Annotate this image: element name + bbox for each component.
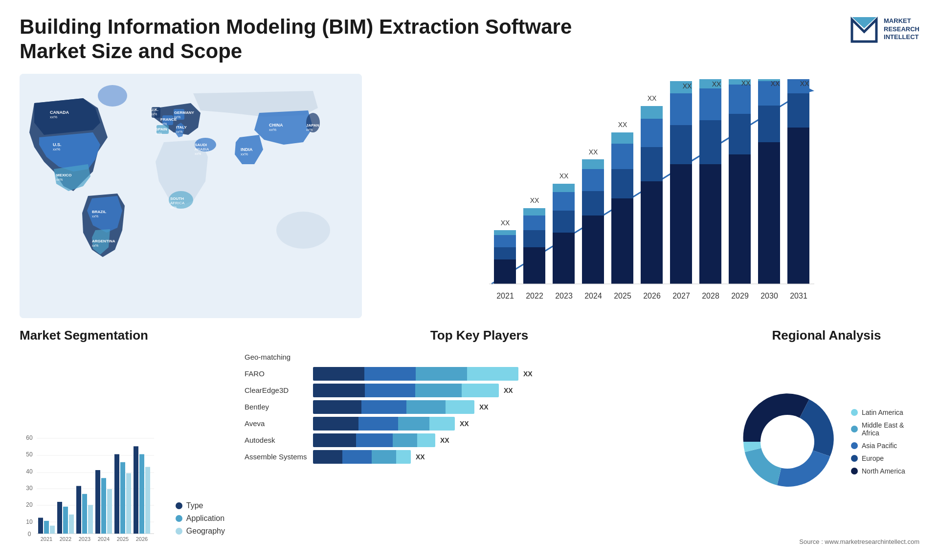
svg-rect-133: [82, 494, 87, 534]
svg-text:xx%: xx%: [50, 115, 57, 119]
svg-text:U.K.: U.K.: [151, 108, 158, 112]
svg-text:2029: 2029: [731, 292, 749, 300]
svg-rect-64: [582, 215, 604, 284]
svg-text:ARABIA: ARABIA: [195, 147, 209, 151]
svg-text:INDIA: INDIA: [241, 147, 253, 152]
svg-rect-136: [101, 478, 106, 534]
donut-svg: [734, 388, 841, 495]
players-list: Geo-matching FARO XX: [245, 350, 714, 545]
svg-text:xx%: xx%: [170, 206, 177, 209]
regional-legend-asia: Asia Pacific: [851, 442, 919, 450]
svg-rect-55: [523, 208, 545, 215]
svg-text:ARGENTINA: ARGENTINA: [92, 239, 115, 243]
svg-rect-71: [611, 169, 633, 198]
world-map: CANADA xx% U.S. xx% MEXICO xx% BRAZIL xx…: [20, 74, 362, 318]
svg-rect-101: [758, 106, 780, 142]
svg-rect-131: [69, 515, 74, 534]
svg-text:CANADA: CANADA: [50, 110, 69, 115]
svg-text:2031: 2031: [790, 292, 807, 300]
svg-text:XX: XX: [648, 94, 657, 102]
svg-rect-70: [611, 198, 633, 284]
regional-dot-latin-america: [851, 409, 858, 416]
svg-rect-72: [611, 144, 633, 169]
svg-text:2025: 2025: [614, 292, 631, 300]
svg-text:10: 10: [26, 518, 33, 525]
regional-legend: Latin America Middle East & Africa Asia …: [851, 409, 919, 475]
svg-rect-137: [107, 489, 112, 534]
svg-text:xx%: xx%: [151, 112, 157, 116]
svg-text:2024: 2024: [584, 292, 602, 300]
svg-rect-106: [787, 128, 809, 284]
svg-text:0: 0: [28, 531, 31, 538]
svg-text:XX: XX: [559, 172, 569, 180]
svg-text:xx%: xx%: [306, 128, 313, 131]
svg-text:XX: XX: [501, 219, 510, 227]
regional-legend-europe: Europe: [851, 454, 919, 462]
svg-rect-65: [582, 191, 604, 215]
title-block: Building Information Modeling (BIM) Extr…: [20, 15, 572, 64]
svg-rect-135: [95, 470, 100, 534]
svg-rect-76: [641, 181, 663, 284]
svg-rect-130: [63, 507, 68, 534]
svg-rect-138: [114, 454, 119, 534]
logo-block: MARKET RESEARCH INTELLECT: [850, 15, 919, 44]
svg-rect-59: [553, 211, 575, 233]
header: Building Information Modeling (BIM) Extr…: [20, 15, 919, 64]
svg-point-11: [276, 212, 330, 249]
svg-text:XX: XX: [683, 82, 692, 90]
legend-item-geography: Geography: [176, 527, 225, 536]
svg-text:xx%: xx%: [195, 152, 201, 155]
svg-text:2022: 2022: [526, 292, 543, 300]
svg-rect-47: [494, 247, 516, 259]
svg-text:2021: 2021: [41, 536, 52, 542]
svg-rect-61: [553, 184, 575, 192]
svg-text:AFRICA: AFRICA: [170, 201, 185, 205]
list-item: Assemble Systems XX: [245, 450, 714, 464]
regional-dot-asia: [851, 442, 858, 449]
seg-legend: Type Application Geography: [176, 501, 225, 536]
regional-dot-north-america: [851, 468, 858, 474]
regional-section: Regional Analysis: [734, 328, 919, 545]
svg-text:2021: 2021: [496, 292, 514, 300]
list-item: Autodesk XX: [245, 433, 714, 447]
list-item: Geo-matching: [245, 350, 714, 364]
seg-chart-svg: 60 50 40 30 20 10 0: [20, 431, 156, 543]
source-text: Source : www.marketresearchintellect.com: [734, 538, 919, 545]
svg-rect-48: [494, 235, 516, 247]
svg-rect-88: [699, 164, 721, 284]
svg-rect-79: [641, 106, 663, 119]
svg-rect-142: [139, 454, 144, 534]
svg-text:2026: 2026: [643, 292, 661, 300]
svg-text:2025: 2025: [117, 536, 129, 542]
svg-text:GERMANY: GERMANY: [174, 110, 195, 115]
svg-text:xx%: xx%: [56, 178, 63, 181]
regional-dot-mea: [851, 426, 858, 432]
regional-legend-north-america: North America: [851, 467, 919, 475]
svg-rect-67: [582, 159, 604, 169]
regional-legend-mea: Middle East & Africa: [851, 421, 919, 437]
svg-rect-96: [729, 85, 751, 114]
list-item: Bentley XX: [245, 400, 714, 414]
svg-text:2023: 2023: [79, 536, 90, 542]
logo-icon: [850, 15, 879, 44]
svg-text:XX: XX: [741, 79, 751, 87]
svg-rect-140: [126, 473, 131, 534]
svg-text:xx%: xx%: [241, 152, 248, 156]
top-row: CANADA xx% U.S. xx% MEXICO xx% BRAZIL xx…: [20, 74, 919, 318]
svg-text:XX: XX: [800, 80, 809, 87]
svg-text:2030: 2030: [760, 292, 778, 300]
bottom-row: Market Segmentation 60 50 40 30 20 10 0: [20, 328, 919, 545]
segmentation-section: Market Segmentation 60 50 40 30 20 10 0: [20, 328, 225, 545]
svg-text:XX: XX: [589, 148, 598, 156]
bar-chart: 2021 XX 2022 XX 2023 XX: [381, 79, 910, 313]
svg-rect-143: [145, 467, 150, 534]
players-section: Top Key Players Geo-matching FARO: [235, 328, 724, 545]
svg-rect-107: [787, 93, 809, 128]
seg-chart: 60 50 40 30 20 10 0: [20, 431, 166, 545]
seg-content: 60 50 40 30 20 10 0: [20, 348, 225, 545]
svg-rect-46: [494, 259, 516, 284]
svg-rect-100: [758, 142, 780, 284]
svg-text:XX: XX: [771, 80, 780, 87]
svg-text:MEXICO: MEXICO: [56, 173, 72, 177]
svg-text:xx%: xx%: [160, 122, 167, 126]
